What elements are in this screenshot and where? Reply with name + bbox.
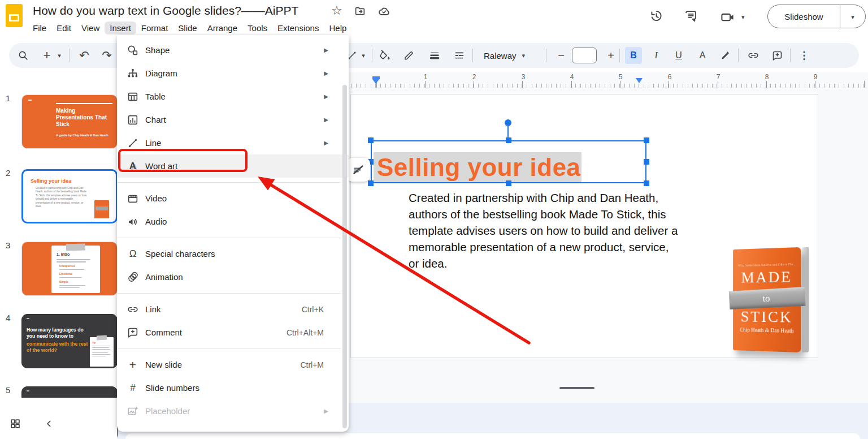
menu-item-word-art[interactable]: A Word art [117,154,349,178]
underline-button[interactable]: U [670,47,687,64]
menu-item-audio[interactable]: Audio [117,210,349,233]
insert-link-button[interactable] [745,47,762,64]
redo-button[interactable]: ↷ [98,47,115,64]
left-indent-marker[interactable] [372,79,379,84]
slide-thumbnail-3[interactable]: 1. Intro Unexpected Emotional Simple [21,242,118,296]
border-color-pencil-icon [403,50,415,62]
selection-handle-e[interactable] [644,159,649,165]
video-icon [126,192,140,205]
thumb4-tip-label: Tip [92,341,96,344]
italic-button[interactable]: I [648,47,665,64]
new-slide-button[interactable]: + [38,47,55,64]
highlight-color-button[interactable] [717,47,734,64]
font-size-input[interactable] [572,48,597,63]
menu-item-table[interactable]: Table ▶ [117,85,349,108]
slides-logo[interactable] [6,4,23,27]
menubar-arrange[interactable]: Arrange [202,21,242,35]
document-title[interactable]: How do you warp text in Google slides?——… [33,4,298,18]
slide-thumbnail-4[interactable]: How many languages do you need to know t… [21,314,118,368]
border-dash-button[interactable] [451,47,468,64]
menu-item-slide-numbers[interactable]: # Slide numbers [117,376,349,399]
selection-handle-sw[interactable] [368,180,374,186]
camera-caret[interactable]: ▾ [741,14,745,21]
menu-item-link[interactable]: Link Ctrl+K [117,298,349,321]
border-color-button[interactable] [400,47,417,64]
selection-handle-se[interactable] [644,180,649,186]
decrease-font-size-button[interactable]: − [553,47,570,64]
star-icon[interactable]: ☆ [331,3,342,18]
slide-page[interactable]: Selling your idea Created in partnership… [350,94,818,358]
menu-item-shape[interactable]: Shape ▶ [117,38,349,62]
undo-button[interactable]: ↶ [76,47,93,64]
move-folder-icon[interactable] [354,5,366,20]
book-title-bottom: STICK [733,308,801,326]
rotation-handle[interactable] [505,119,511,126]
menubar-insert[interactable]: Insert [105,21,136,35]
made-to-stick-book-image[interactable]: Why Some Ideas Survive and Others Die...… [728,246,813,359]
selection-handle-n[interactable] [506,137,511,143]
speaker-notes-input[interactable] [125,433,860,439]
submenu-arrow-icon: ▶ [324,140,328,146]
kebab-menu-icon: ⋮ [799,49,809,62]
grid-view-button[interactable] [8,416,23,431]
slide-number: 2 [6,168,17,178]
insert-comment-button[interactable] [769,47,785,64]
selection-bounding-box[interactable] [371,140,646,183]
ruler-number: 6 [666,73,673,81]
menubar-file[interactable]: File [28,21,51,35]
menubar-format[interactable]: Format [136,21,173,35]
right-indent-marker[interactable] [636,78,643,83]
menubar-view[interactable]: View [76,21,105,35]
menu-scrollbar-thumb[interactable] [342,85,347,428]
thumb3-bullet-2: Emotional [59,273,72,276]
menu-item-special-characters[interactable]: Ω Special characters [117,242,349,265]
font-family-select[interactable]: Raleway ▾ [479,47,530,64]
selection-handle-ne[interactable] [644,137,649,143]
menu-item-animation[interactable]: Animation [117,265,349,289]
comments-icon [684,9,698,23]
meet-camera-button[interactable] [720,10,735,27]
thumb3-tape [66,243,85,251]
slideshow-caret-button[interactable]: ▾ [840,11,865,21]
increase-font-size-button[interactable]: + [602,47,619,64]
insert-menu: Shape ▶ Diagram ▶ Table ▶ Chart ▶ Line ▶… [117,35,349,432]
ruler-number: 8 [763,73,770,81]
slideshow-button[interactable]: Slideshow [768,12,840,21]
redo-icon: ↷ [102,49,112,62]
thumb1-title: Making Presentations That Stick [56,107,114,128]
diagram-icon [126,67,140,80]
slide-thumbnail-2[interactable]: Selling your idea Created in partnership… [21,169,118,223]
open-comments-button[interactable] [684,9,698,25]
more-options-button[interactable]: ⋮ [796,47,813,64]
menu-item-new-slide[interactable]: + New slide Ctrl+M [117,353,349,376]
slideshow-button-group: Slideshow ▾ [767,5,866,28]
menu-item-diagram[interactable]: Diagram ▶ [117,62,349,85]
collapse-filmstrip-button[interactable] [42,416,57,431]
autofit-options-button[interactable] [346,158,370,182]
menubar-edit[interactable]: Edit [51,21,76,35]
menubar-slide[interactable]: Slide [173,21,202,35]
menubar-extensions[interactable]: Extensions [272,21,324,35]
new-slide-caret[interactable]: ▾ [54,47,64,64]
menu-item-placeholder[interactable]: Placeholder ▶ [117,399,349,423]
menu-item-chart[interactable]: Chart ▶ [117,108,349,131]
fill-color-button[interactable] [376,47,393,64]
line-tool-caret[interactable]: ▾ [358,47,368,64]
notes-resize-handle[interactable] [559,387,594,389]
version-history-button[interactable] [649,8,663,25]
cloud-status-icon[interactable] [377,5,390,20]
selection-handle-s[interactable] [506,180,511,186]
menu-item-video[interactable]: Video [117,187,349,210]
text-color-button[interactable]: A [694,47,711,64]
zoom-button[interactable] [15,47,32,64]
menubar-help[interactable]: Help [324,21,351,35]
menubar-tools[interactable]: Tools [242,21,272,35]
slide-body-text[interactable]: Created in partnership with Chip and Dan… [409,190,681,272]
menu-item-line[interactable]: Line ▶ [117,131,349,154]
slide-thumbnail-1[interactable]: Making Presentations That Stick A guide … [21,94,118,149]
selection-handle-nw[interactable] [368,137,374,143]
bold-button[interactable]: B [625,47,642,64]
ruler-number: 3 [520,73,527,81]
menu-item-comment[interactable]: Comment Ctrl+Alt+M [117,321,349,344]
border-weight-button[interactable] [426,47,443,64]
